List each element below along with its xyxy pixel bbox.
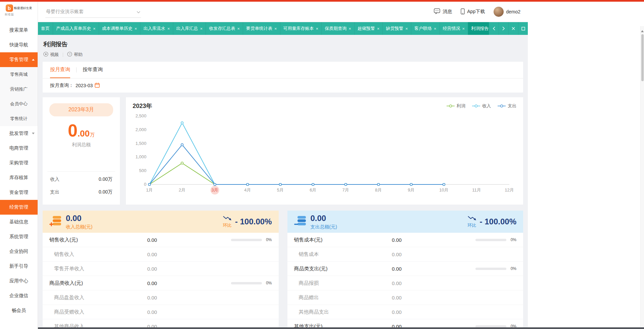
video-label: 视频	[50, 52, 59, 58]
tab-close-icon[interactable]: ×	[462, 26, 465, 31]
tab-close-icon[interactable]: ×	[434, 26, 436, 31]
tab-label: 产成品入库单历史	[56, 25, 91, 32]
sidebar-item-retail-mall[interactable]: 零售商城	[0, 67, 38, 82]
caret-down-icon	[32, 133, 35, 134]
row-label: 商品盘盈收入	[49, 294, 147, 301]
tab-shelf-life-query[interactable]: 保质期查询×	[322, 22, 355, 35]
tab-close-icon[interactable]: ×	[316, 26, 319, 31]
row-progress: 0%	[231, 237, 272, 242]
close-tabs-button[interactable]	[508, 22, 518, 35]
svg-text:10月: 10月	[439, 187, 448, 193]
app-download-button[interactable]: App下载	[461, 8, 485, 15]
sidebar-item-funds-management[interactable]: 资金管理	[0, 185, 38, 200]
tab-available-stock-ledger[interactable]: 可用量库存账本×	[280, 22, 322, 35]
summary-row: 支出0.00万	[47, 186, 115, 199]
tab-close-icon[interactable]: ×	[200, 26, 203, 31]
svg-text:7月: 7月	[342, 187, 349, 193]
tab-shortage-alert[interactable]: 缺货预警×	[383, 22, 411, 35]
progress-bar	[231, 282, 262, 284]
tab-inout-flow[interactable]: 出入库流水×	[140, 22, 173, 35]
tab-inout-summary[interactable]: 出入库汇总×	[173, 22, 206, 35]
tab-order-stats[interactable]: 要货单统计表×	[243, 22, 280, 35]
fullscreen-button[interactable]	[518, 22, 528, 35]
tab-customer-contact[interactable]: 客户联络×	[411, 22, 440, 35]
sidebar-item-chang-member[interactable]: 畅会员	[0, 303, 38, 318]
sidebar-item-wholesale-management[interactable]: 批发管理	[0, 126, 38, 141]
sidebar-item-enterprise-wechat[interactable]: 企业微信	[0, 288, 38, 303]
scroll-up-icon[interactable]	[641, 29, 644, 32]
row-value: 0.00	[147, 295, 272, 300]
tab-close-icon[interactable]: ×	[167, 26, 170, 31]
legend-item-expense[interactable]: 支出	[498, 103, 516, 109]
sidebar-item-label: 会员中心	[10, 101, 28, 107]
sidebar-item-inventory-accounting[interactable]: 库存核算	[0, 170, 38, 185]
sidebar-item-ecommerce-management[interactable]: 电商管理	[0, 141, 38, 156]
month-picker-value[interactable]: 2023-03	[76, 83, 93, 88]
expense-panel-header: 0.00 支出总额(元) 环比 - 100.00%	[287, 211, 523, 233]
legend-item-profit[interactable]: 利润	[447, 103, 465, 109]
tab-home[interactable]: 首页	[38, 22, 53, 35]
tab-close-icon[interactable]: ×	[349, 26, 351, 31]
tab-close-icon[interactable]: ×	[405, 26, 408, 31]
legend-item-income[interactable]: 收入	[472, 103, 491, 109]
sidebar-item-business-management[interactable]: 经营管理	[0, 200, 38, 215]
calendar-icon[interactable]	[95, 83, 100, 89]
tab-product-inbound-history[interactable]: 产成品入库单历史×	[53, 22, 99, 35]
filter-label: 按月查询：	[50, 83, 74, 89]
query-tab-yearly[interactable]: 按年查询	[83, 62, 103, 78]
tab-overstock-alert[interactable]: 超储预警×	[355, 22, 383, 35]
tab-close-icon[interactable]: ×	[135, 26, 137, 31]
svg-text:9月: 9月	[408, 187, 415, 193]
avatar	[494, 7, 504, 17]
tab-prev-button[interactable]	[489, 22, 499, 35]
brand-logo-icon: b	[6, 4, 13, 12]
svg-text:11月: 11月	[472, 187, 481, 193]
tab-recv-send-summary[interactable]: 收发存汇总表×	[206, 22, 243, 35]
svg-text:2,000: 2,000	[135, 127, 146, 132]
divider	[76, 67, 77, 72]
video-link[interactable]: 视频	[43, 52, 59, 58]
sidebar-item-quick-nav[interactable]: 快捷导航	[0, 38, 38, 52]
sidebar-item-retail-stats[interactable]: 零售统计	[0, 111, 38, 126]
scrollbar-thumb[interactable]	[641, 34, 644, 81]
help-link[interactable]: ? 帮助	[67, 52, 83, 58]
row-label: 商品赠出	[294, 294, 392, 301]
tab-close-icon[interactable]: ×	[377, 26, 380, 31]
vertical-scrollbar[interactable]	[640, 26, 644, 329]
sidebar-item-system-management[interactable]: 系统管理	[0, 229, 38, 244]
income-row-sales-income-cat: 销售收入(元)0.000%	[43, 233, 279, 247]
tab-close-icon[interactable]: ×	[237, 26, 240, 31]
svg-text:2月: 2月	[179, 187, 185, 193]
svg-text:0: 0	[144, 182, 146, 187]
profit-summary-card: 2023年3月 0.00万 利润总额 收入0.00万支出0.00万	[43, 97, 120, 205]
income-ratio-label: 环比	[223, 222, 232, 228]
sidebar-item-marketing-promo[interactable]: 营销推广	[0, 82, 38, 97]
tab-next-button[interactable]	[499, 22, 508, 35]
sidebar-item-purchase-management[interactable]: 采购管理	[0, 156, 38, 170]
sidebar-item-search-menu[interactable]: 搜索菜单	[0, 23, 38, 38]
tab-close-icon[interactable]: ×	[93, 26, 96, 31]
sidebar-item-basic-info[interactable]: 基础信息	[0, 215, 38, 229]
sidebar-item-label: 快捷导航	[9, 42, 28, 48]
sidebar-item-retail-management[interactable]: 零售管理	[0, 52, 38, 67]
sidebar-item-member-center[interactable]: 会员中心	[0, 97, 38, 111]
user-menu[interactable]: demo2	[494, 7, 520, 17]
tab-cost-adjust-history[interactable]: 成本调整单历史×	[99, 22, 141, 35]
messages-button[interactable]: 消息	[434, 8, 452, 15]
tab-business-status[interactable]: 经营情况×	[440, 22, 468, 35]
account-select-value: 母婴行业演示账套	[46, 9, 84, 15]
row-progress: 0%	[475, 237, 516, 242]
tab-controls	[489, 22, 528, 35]
svg-text:4月: 4月	[244, 187, 251, 193]
sidebar-item-beginner-guide[interactable]: 新手引导	[0, 259, 38, 274]
chart-title: 2023年	[133, 102, 152, 110]
query-tab-monthly[interactable]: 按月查询	[50, 62, 70, 78]
tab-close-icon[interactable]: ×	[274, 26, 277, 31]
chart-area: 05001,0001,5002,0002,5001月2月3月4月5月6月7月8月…	[133, 111, 516, 197]
progress-percent: 0%	[265, 281, 272, 285]
trend-down-icon	[468, 215, 476, 222]
sidebar-item-enterprise-collab[interactable]: 企业协同	[0, 244, 38, 259]
tab-profit-report[interactable]: 利润报告×	[468, 22, 489, 35]
account-select[interactable]: 母婴行业演示账套	[45, 6, 141, 18]
sidebar-item-app-center[interactable]: 应用中心	[0, 274, 38, 288]
